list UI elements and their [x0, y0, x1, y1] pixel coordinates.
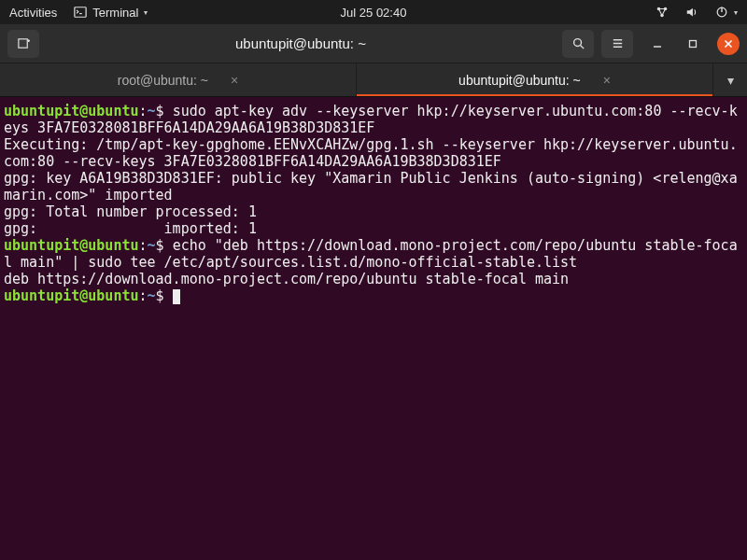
prompt-user: ubuntupit@ubuntu: [4, 287, 139, 304]
chevron-down-icon: ▾: [734, 8, 738, 17]
search-button[interactable]: [562, 30, 594, 58]
output-line: gpg: key A6A19B38D3D831EF: public key "X…: [4, 170, 738, 203]
svg-point-10: [573, 39, 581, 47]
prompt-sigil: $: [156, 237, 164, 254]
activities-label: Activities: [9, 6, 57, 20]
clock[interactable]: Jul 25 02:40: [341, 6, 407, 20]
terminal-cursor: [173, 289, 180, 304]
gnome-top-bar: Activities Terminal ▾ Jul 25 02:40 ▾: [0, 0, 747, 24]
minimize-icon: [653, 39, 662, 49]
tab-bar: root@ubuntu: ~ × ubuntupit@ubuntu: ~ × ▾: [0, 63, 747, 97]
network-indicator[interactable]: [655, 6, 669, 19]
maximize-icon: [688, 39, 698, 49]
power-menu[interactable]: ▾: [715, 6, 738, 19]
terminal-icon: [74, 6, 87, 19]
svg-rect-0: [75, 7, 86, 18]
prompt-sep: :: [139, 287, 148, 304]
svg-rect-7: [18, 39, 26, 48]
output-line: gpg: imported: 1: [4, 220, 257, 237]
search-icon: [571, 36, 585, 50]
power-icon: [715, 6, 728, 19]
clock-label: Jul 25 02:40: [341, 6, 407, 20]
network-icon: [655, 6, 669, 19]
prompt-user: ubuntupit@ubuntu: [4, 103, 139, 119]
app-menu-label: Terminal: [92, 6, 138, 20]
hamburger-icon: [611, 36, 625, 50]
prompt-path: ~: [148, 103, 156, 119]
tab-label: root@ubuntu: ~: [118, 73, 208, 88]
tab-close-button[interactable]: ×: [603, 73, 611, 88]
close-icon: [724, 39, 733, 49]
chevron-down-icon: ▾: [727, 73, 734, 88]
window-titlebar: ubuntupit@ubuntu: ~: [0, 24, 747, 63]
output-line: gpg: Total number processed: 1: [4, 203, 257, 220]
prompt-sigil: $: [156, 287, 164, 304]
prompt-path: ~: [148, 237, 156, 254]
prompt-user: ubuntupit@ubuntu: [4, 237, 139, 254]
volume-icon: [685, 6, 698, 19]
prompt-path: ~: [148, 287, 156, 304]
window-title: ubuntupit@ubuntu: ~: [47, 35, 555, 51]
svg-line-11: [580, 46, 584, 49]
prompt-sigil: $: [156, 103, 164, 119]
tab-ubuntupit[interactable]: ubuntupit@ubuntu: ~ ×: [357, 63, 713, 96]
prompt-sep: :: [139, 237, 148, 254]
tab-root[interactable]: root@ubuntu: ~ ×: [0, 63, 357, 96]
new-tab-icon: [17, 36, 31, 50]
terminal-viewport[interactable]: ubuntupit@ubuntu:~$ sudo apt-key adv --k…: [0, 97, 747, 560]
tab-close-button[interactable]: ×: [231, 73, 238, 88]
output-line: deb https://download.mono-project.com/re…: [4, 271, 569, 287]
prompt-sep: :: [139, 103, 148, 119]
chevron-down-icon: ▾: [144, 8, 148, 17]
app-menu[interactable]: Terminal ▾: [74, 6, 148, 20]
activities-button[interactable]: Activities: [9, 6, 57, 20]
tab-label: ubuntupit@ubuntu: ~: [458, 73, 581, 88]
new-tab-button[interactable]: [7, 30, 39, 58]
tab-overflow-button[interactable]: ▾: [713, 63, 747, 96]
minimize-button[interactable]: [646, 33, 669, 55]
volume-indicator[interactable]: [685, 6, 698, 19]
output-line: Executing: /tmp/apt-key-gpghome.EENvXCAH…: [4, 136, 738, 170]
close-button[interactable]: [717, 33, 740, 55]
maximize-button[interactable]: [682, 33, 704, 55]
hamburger-menu-button[interactable]: [601, 30, 633, 58]
svg-rect-16: [690, 40, 697, 47]
